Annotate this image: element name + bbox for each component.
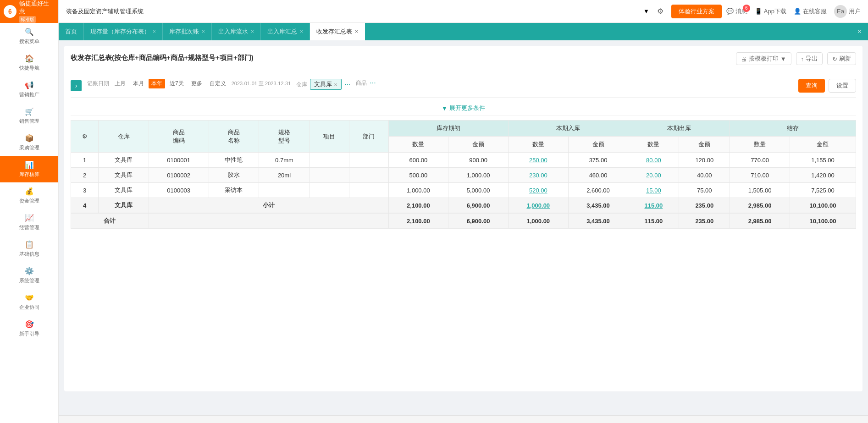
export-button[interactable]: ↑ 导出 [796,52,823,65]
logo-text: 畅捷通好生意 标准版 [19,0,55,23]
page-title: 收发存汇总表(按仓库+商品编码+商品+规格型号+项目+部门) [71,54,254,62]
subtotal-in-amt: 3,435.00 [568,198,628,214]
system-dropdown[interactable]: ▼ [643,8,649,15]
app-download-action[interactable]: 📱 App下载 [755,7,786,16]
date-btn-上月[interactable]: 上月 [112,79,128,88]
print-icon: 🖨 [741,55,747,62]
sidebar-item-finance[interactable]: 💰资金管理 [0,182,58,209]
close-all-tabs-button[interactable]: × [851,27,868,36]
tab-出入库流水[interactable]: 出入库流水× [212,23,261,40]
tab-库存批次账[interactable]: 库存批次账× [163,23,212,40]
subtotal-in-qty[interactable]: 1,000.00 [508,198,568,214]
subtotal-opening-qty: 2,100.00 [388,198,448,214]
tab-首页[interactable]: 首页 [59,23,84,40]
col-in-header: 本期入库 [508,121,628,137]
sidebar-item-sales[interactable]: 🛒销售管理 [0,103,58,129]
row-out-qty[interactable]: 15.00 [628,183,679,198]
tab-bar: 首页现存量（库存分布表）×库存批次账×出入库流水×出入库汇总×收发存汇总表×× [59,23,868,40]
tab-现存量-库存分布表-[interactable]: 现存量（库存分布表）× [84,23,163,40]
sidebar-item-marketing[interactable]: 📢营销推广 [0,76,58,103]
col-warehouse-header: 仓库 [99,121,149,153]
user-avatar: Ea [834,5,847,18]
export-icon: ↑ [801,55,804,62]
total-out-qty: 115.00 [628,213,679,229]
online-service-action[interactable]: 👤 在线客服 [794,7,827,16]
row-department [349,183,388,198]
tab-close-icon[interactable]: × [153,28,156,35]
table-row: 1 文具库 0100001 中性笔 0.7mm 600.00 900.00 25… [71,153,856,168]
row-out-qty[interactable]: 80.00 [628,153,679,168]
date-btn-自定义[interactable]: 自定义 [207,79,229,88]
sidebar-item-search[interactable]: 🔍搜索菜单 [0,23,58,49]
total-closing-qty: 2,985.00 [730,213,790,229]
warehouse-tag-close[interactable]: × [334,81,337,88]
sidebar-item-purchase[interactable]: 📦采购管理 [0,129,58,156]
row-goods-name: 采访本 [209,183,259,198]
tab-close-icon[interactable]: × [355,28,358,35]
tab-出入库汇总[interactable]: 出入库汇总× [261,23,310,40]
row-goods-code: 0100003 [149,183,209,198]
row-in-qty[interactable]: 250.00 [508,153,568,168]
experience-button[interactable]: 体验行业方案 [671,5,722,18]
settings-icon[interactable]: ⚙ [654,5,667,18]
row-goods-code: 0100002 [149,168,209,183]
row-opening-amt: 900.00 [448,153,509,168]
logo-area: 6 畅捷通好生意 标准版 [0,0,58,23]
subtotal-opening-amt: 6,900.00 [448,198,509,214]
date-btn-更多[interactable]: 更多 [188,79,205,88]
table-settings-button[interactable]: 设置 [829,79,856,93]
total-in-qty: 1,000.00 [508,213,568,229]
row-out-qty[interactable]: 20.00 [628,168,679,183]
row-goods-name: 胶水 [209,168,259,183]
row-goods-spec: 0.7mm [259,153,310,168]
sidebar-item-basic-info[interactable]: 📋基础信息 [0,236,58,262]
row-in-qty[interactable]: 520.00 [508,183,568,198]
refresh-button[interactable]: ↻ 刷新 [827,52,856,65]
quick-nav-icon: 🏠 [25,54,34,63]
sidebar-item-enterprise[interactable]: 🤝企业协同 [0,289,58,315]
tab-收发存汇总表[interactable]: 收发存汇总表× [310,23,365,40]
tab-close-icon[interactable]: × [300,28,303,35]
goods-more[interactable]: ··· [370,79,376,87]
sidebar-item-operations[interactable]: 📈经营管理 [0,209,58,236]
row-opening-qty: 500.00 [388,168,448,183]
col-settings-header[interactable]: ⚙ [71,121,99,153]
header: 装备及固定资产辅助管理系统 ▼ ⚙ 体验行业方案 💬 消息 6 📱 App下载 … [59,0,868,23]
row-closing-qty: 770.00 [730,153,790,168]
row-department [349,168,388,183]
total-opening-amt: 6,900.00 [448,213,509,229]
print-button[interactable]: 🖨 按模板打印 ▼ [736,52,791,65]
sidebar-item-guide[interactable]: 🎯新手引导 [0,315,58,342]
date-btn-本月[interactable]: 本月 [130,79,147,88]
expand-icon: ▼ [442,105,448,112]
chevron-down-icon: ▼ [780,55,786,62]
user-action[interactable]: Ea 用户 [834,5,861,18]
top-actions: 🖨 按模板打印 ▼ ↑ 导出 ↻ 刷新 [736,52,856,65]
total-row: 合计 2,100.00 6,900.00 1,000.00 3,435.00 1… [71,213,856,229]
sidebar-item-system[interactable]: ⚙️系统管理 [0,262,58,289]
col-opening-qty-header: 数量 [388,137,448,153]
subtotal-warehouse: 文具库 [99,198,149,214]
row-in-amt: 375.00 [568,153,628,168]
filter-toggle-button[interactable]: › [71,80,82,91]
query-button[interactable]: 查询 [798,79,825,93]
row-in-qty[interactable]: 230.00 [508,168,568,183]
subtotal-out-qty[interactable]: 115.00 [628,198,679,214]
row-department [349,153,388,168]
operations-icon: 📈 [25,214,34,222]
sidebar-item-inventory[interactable]: 📊库存核算 [0,156,58,182]
messages-action[interactable]: 💬 消息 6 [726,7,747,16]
subtotal-label: 小计 [149,198,388,214]
date-btn-近7天[interactable]: 近7天 [167,79,187,88]
total-closing-amt: 10,100.00 [790,213,856,229]
expand-more-bar[interactable]: ▼ 展开更多条件 [71,101,856,115]
tab-close-icon[interactable]: × [251,28,254,35]
sidebar: 6 畅捷通好生意 标准版 🔍搜索菜单🏠快捷导航📢营销推广🛒销售管理📦采购管理📊库… [0,0,59,423]
row-in-amt: 2,600.00 [568,183,628,198]
row-index: 3 [71,183,99,198]
warehouse-more[interactable]: ··· [344,80,350,88]
col-out-qty-header: 数量 [628,137,679,153]
sidebar-item-quick-nav[interactable]: 🏠快捷导航 [0,49,58,76]
tab-close-icon[interactable]: × [202,28,205,35]
date-btn-本年[interactable]: 本年 [149,79,165,88]
